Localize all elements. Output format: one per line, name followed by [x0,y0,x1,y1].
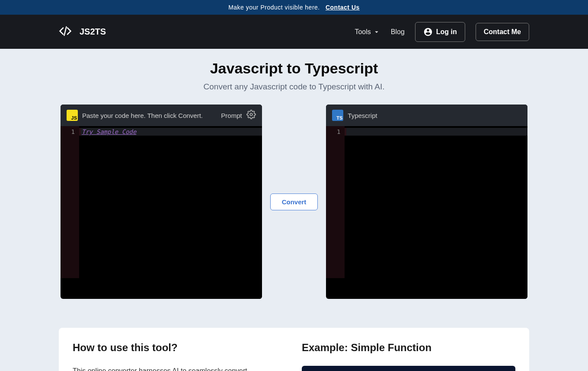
howto-column: How to use this tool? This online conver… [73,342,259,371]
output-editor-body[interactable]: 1 [326,126,527,299]
output-editor-label: Typescript [348,112,521,119]
banner-contact-link[interactable]: Contact Us [326,4,360,11]
info-section: How to use this tool? This online conver… [59,328,529,371]
converter-section: JS Paste your code here. Then click Conv… [0,105,588,299]
try-sample-code-link[interactable]: Try Sample Code [81,128,136,135]
user-circle-icon [423,27,433,37]
output-code-area [346,126,527,299]
howto-text: This online converter harnesses AI to se… [73,366,259,371]
banner-text: Make your Product visible here. [228,4,320,11]
svg-point-1 [250,113,252,116]
input-editor-body[interactable]: 1 Try Sample Code [61,126,262,299]
input-editor-placeholder-text: Paste your code here. Then click Convert… [82,112,217,119]
howto-heading: How to use this tool? [73,342,259,354]
navbar: JS2TS Tools Blog Log in Contact Me [0,15,588,49]
line-number: 1 [326,128,340,136]
nav-left: JS2TS [59,25,106,39]
line-number: 1 [61,128,75,136]
convert-button[interactable]: Convert [270,193,318,210]
ts-badge: TS [332,110,343,121]
code-icon [59,25,72,39]
nav-tools-dropdown[interactable]: Tools [355,28,380,36]
input-gutter: 1 [61,126,79,278]
input-editor-panel: JS Paste your code here. Then click Conv… [61,105,262,299]
prompt-button[interactable]: Prompt [221,112,242,119]
hero-section: Javascript to Typescript Convert any Jav… [0,49,588,105]
input-editor-header: JS Paste your code here. Then click Conv… [61,105,262,126]
output-editor-panel: TS Typescript 1 [326,105,527,299]
nav-tools-label: Tools [355,28,371,36]
chevron-down-icon [373,28,380,36]
gear-icon[interactable] [246,110,256,121]
page-title: Javascript to Typescript [0,60,588,77]
example-heading: Example: Simple Function [302,342,515,354]
promo-banner: Make your Product visible here. Contact … [0,0,588,15]
page-subtitle: Convert any Javascript code to Typescrip… [0,82,588,92]
example-column: Example: Simple Function Javascript [302,342,515,371]
output-editor-header: TS Typescript [326,105,527,126]
output-gutter: 1 [326,126,345,278]
example-code-box: Javascript [302,366,515,371]
svg-line-0 [64,27,67,35]
logo-text[interactable]: JS2TS [80,27,106,37]
current-line-highlight [346,128,527,136]
nav-right: Tools Blog Log in Contact Me [355,22,529,42]
login-button[interactable]: Log in [415,22,465,42]
contact-me-button[interactable]: Contact Me [476,23,529,41]
nav-blog-link[interactable]: Blog [391,28,405,36]
js-badge: JS [67,110,78,121]
input-code-area[interactable]: Try Sample Code [81,126,262,299]
